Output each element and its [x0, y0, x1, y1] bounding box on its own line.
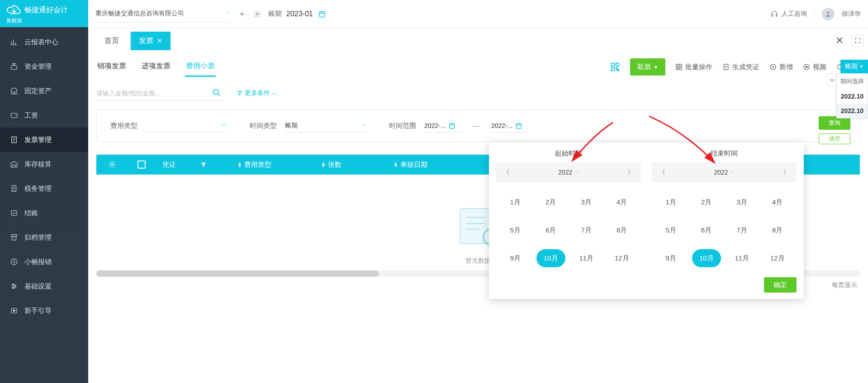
nav-item-fund[interactable]: 资金管理	[0, 54, 88, 79]
date-to-value: 2022-...	[491, 122, 512, 129]
nav-item-fixed-asset[interactable]: 固定资产	[0, 79, 88, 103]
nav-item-guide[interactable]: 新手引导	[0, 298, 88, 323]
period-to[interactable]: 2022.10	[837, 104, 868, 118]
month-cell[interactable]: 11月	[726, 249, 758, 267]
divider	[814, 9, 815, 19]
gear-icon[interactable]	[108, 161, 116, 169]
qrcode-icon[interactable]	[610, 62, 620, 72]
month-cell[interactable]: 3月	[726, 193, 758, 211]
nav-item-close-book[interactable]: 结账	[0, 201, 88, 225]
brand-name: 畅捷通好会计	[24, 5, 68, 15]
month-cell[interactable]: 2月	[691, 193, 722, 211]
date-to-input[interactable]: 2022-...	[491, 119, 528, 132]
subtab-expense[interactable]: 费用小票	[185, 57, 216, 77]
date-from-input[interactable]: 2022-...	[424, 119, 461, 132]
col-voucher[interactable]: 凭证	[162, 161, 176, 169]
collapse-panel-button[interactable]: ≫	[827, 73, 836, 87]
invoice-subtabs: 销项发票 进项发票 费用小票	[96, 57, 216, 77]
user-name[interactable]: 徐泽华	[842, 10, 861, 18]
topbar: 重庆畅捷交通信息咨询有限公司 ﹀ 账期 2023-01 人工咨询 徐泽华	[88, 0, 868, 28]
next-year-button[interactable]: 〉	[627, 168, 635, 177]
nav-item-reimburse[interactable]: 小畅报销	[0, 250, 88, 274]
video-button[interactable]: 视频	[803, 63, 826, 71]
month-cell[interactable]: 2月	[536, 193, 567, 211]
nav-item-salary[interactable]: 工资	[0, 103, 88, 128]
month-cell[interactable]: 7月	[571, 221, 602, 239]
month-cell[interactable]: 6月	[691, 221, 722, 239]
month-cell[interactable]: 4月	[607, 193, 638, 211]
play-guide-icon	[10, 307, 18, 315]
month-cell[interactable]: 8月	[607, 221, 638, 239]
fee-type-select[interactable]: ﹀	[146, 119, 227, 132]
close-icon[interactable]: ✕	[157, 37, 162, 44]
clear-button[interactable]: 清空	[819, 133, 850, 144]
nav-label: 基础设置	[24, 282, 52, 291]
fetch-ticket-button[interactable]: 取票▼	[630, 58, 665, 76]
svg-rect-10	[319, 11, 325, 17]
month-cell[interactable]: 9月	[655, 249, 687, 267]
sort-icon[interactable]: ▲▼	[238, 162, 242, 167]
company-select[interactable]: 重庆畅捷交通信息咨询有限公司 ﹀	[95, 5, 231, 23]
button-label: 取票	[637, 63, 651, 71]
month-cell[interactable]: 5月	[655, 221, 687, 239]
tab-invoice[interactable]: 发票 ✕	[131, 32, 171, 50]
month-cell[interactable]: 3月	[571, 193, 602, 211]
calendar-icon[interactable]	[318, 9, 327, 19]
month-cell[interactable]: 7月	[726, 221, 758, 239]
search-icon[interactable]	[212, 88, 221, 97]
month-cell[interactable]: 4月	[762, 193, 793, 211]
subtab-output[interactable]: 销项发票	[96, 57, 127, 77]
col-fee-type[interactable]: 费用类型	[244, 161, 271, 169]
nav-item-archive[interactable]: 归档管理	[0, 225, 88, 250]
nav-item-tax[interactable]: 税务管理	[0, 176, 88, 201]
support-link[interactable]: 人工咨询	[770, 9, 807, 19]
close-all-tabs-button[interactable]: ✕	[832, 33, 847, 48]
month-cell[interactable]: 12月	[607, 249, 638, 267]
nav-label: 归档管理	[24, 233, 52, 242]
add-company-button[interactable]	[237, 9, 247, 19]
period-from[interactable]: 2022.10	[837, 89, 868, 104]
tab-home[interactable]: 首页	[96, 32, 127, 50]
month-cell[interactable]: 9月	[500, 249, 531, 267]
subtab-input[interactable]: 进项发票	[141, 57, 171, 77]
year-select[interactable]: 2022﹀	[714, 169, 734, 176]
nav-item-report-center[interactable]: 云报表中心	[0, 30, 88, 54]
month-cell[interactable]: 8月	[762, 221, 793, 239]
month-cell[interactable]: 10月	[692, 249, 721, 267]
svg-point-11	[827, 11, 829, 14]
chevron-down-icon: ﹀	[362, 123, 366, 129]
settings-gear-button[interactable]	[253, 9, 262, 19]
prev-year-button[interactable]: 〈	[658, 168, 665, 177]
sort-icon[interactable]: ▲▼	[322, 162, 326, 167]
add-button[interactable]: 新增	[769, 63, 793, 71]
time-type-select[interactable]: 账期 ﹀	[285, 119, 366, 132]
filter-icon[interactable]	[200, 161, 207, 168]
sort-icon[interactable]: ▲▼	[394, 162, 398, 167]
month-cell[interactable]: 11月	[571, 249, 602, 267]
month-cell[interactable]: 6月	[536, 221, 567, 239]
batch-ops-button[interactable]: 批量操作	[675, 63, 712, 71]
warehouse-icon	[10, 160, 18, 168]
month-cell[interactable]: 1月	[655, 193, 687, 211]
confirm-button[interactable]: 确定	[764, 277, 797, 293]
select-all-checkbox[interactable]	[138, 161, 146, 169]
nav-item-inventory[interactable]: 库存核算	[0, 152, 88, 176]
col-count[interactable]: 张数	[328, 161, 342, 169]
prev-year-button[interactable]: 〈	[503, 168, 510, 177]
amount-input[interactable]	[96, 85, 223, 101]
month-cell[interactable]: 1月	[500, 193, 531, 211]
fullscreen-button[interactable]	[852, 35, 863, 47]
month-cell[interactable]: 12月	[762, 249, 793, 267]
period-toggle-button[interactable]: 账期▼	[840, 60, 868, 73]
nav-item-settings[interactable]: 基础设置	[0, 274, 88, 298]
more-conditions-toggle[interactable]: 更多条件 ︿	[237, 89, 278, 97]
nav-label: 工资	[24, 111, 38, 120]
nav-item-invoice[interactable]: 发票管理	[0, 128, 88, 152]
year-select[interactable]: 2022﹀	[558, 169, 579, 176]
col-bill-date[interactable]: 单据日期	[400, 161, 427, 169]
gen-voucher-button[interactable]: 生成凭证	[722, 63, 759, 71]
scrollbar-thumb[interactable]	[96, 270, 379, 277]
month-cell[interactable]: 10月	[536, 249, 565, 267]
month-cell[interactable]: 5月	[500, 221, 531, 239]
next-year-button[interactable]: 〉	[783, 168, 790, 177]
